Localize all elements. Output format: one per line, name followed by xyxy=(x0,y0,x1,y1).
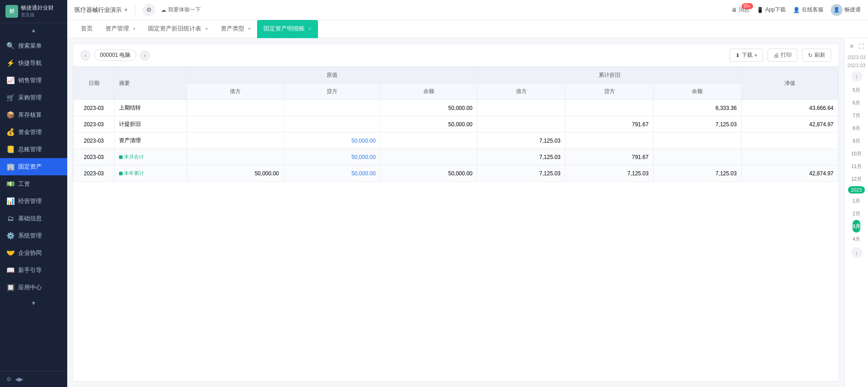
month-item-8[interactable]: 8月 xyxy=(853,122,860,134)
row0-dep-credit xyxy=(565,100,654,116)
month-item-9[interactable]: 9月 xyxy=(853,134,860,147)
settings-icon[interactable]: ⚙ xyxy=(6,376,11,382)
row2-date: 2023-03 xyxy=(74,133,114,149)
month-item-3-active[interactable]: 3月 xyxy=(853,220,860,233)
sidebar-item-inventory[interactable]: 📦 库存核算 xyxy=(0,106,67,124)
asset-next-button[interactable]: › xyxy=(140,50,150,60)
sidebar-item-system[interactable]: ⚙️ 系统管理 xyxy=(0,227,67,244)
row1-summary: 计提折旧 xyxy=(114,116,187,133)
tab-asset-close[interactable]: × xyxy=(133,26,135,31)
main-area: 医疗器械行业演示 ▾ ⚙ ☁ 我要体验一下 🖥 消息 99+ 📱 App下载 👤… xyxy=(67,0,868,387)
row0-date: 2023-03 xyxy=(74,100,114,116)
table-row: 2023-03 计提折旧 50,000.00 791.67 7,125.03 4… xyxy=(74,116,838,133)
company-dropdown-icon: ▾ xyxy=(124,6,128,13)
sidebar-label-fixed: 固定资产 xyxy=(18,163,42,171)
col-header-dep-balance: 余额 xyxy=(653,84,741,100)
sidebar-item-sales[interactable]: 📈 销售管理 xyxy=(0,72,67,89)
month-item-4[interactable]: 4月 xyxy=(853,233,860,245)
row0-orig-debit xyxy=(187,100,284,116)
sidebar-item-ledger[interactable]: 📒 总账管理 xyxy=(0,141,67,158)
year-tag: 本年累计 xyxy=(119,170,144,177)
tab-depreciation-close[interactable]: × xyxy=(205,26,208,31)
panel-close-icon[interactable]: ✕ xyxy=(848,42,856,51)
month-item-1[interactable]: 1月 xyxy=(853,194,860,207)
month-item-5[interactable]: 5月 xyxy=(853,84,860,96)
system-icon: ⚙️ xyxy=(6,232,15,240)
panel-header: ✕ ⛶ xyxy=(845,40,868,53)
table-row: 2023-03 资产清理 50,000.00 7,125.03 xyxy=(74,133,838,149)
panel-more-down[interactable]: ↓ xyxy=(851,247,862,258)
tab-detail[interactable]: 固定资产明细账 × xyxy=(257,20,317,38)
ledger-icon: 📒 xyxy=(6,145,15,154)
tab-detail-close[interactable]: × xyxy=(308,26,311,31)
sales-icon: 📈 xyxy=(6,76,15,84)
row0-summary: 上期结转 xyxy=(114,100,187,116)
row3-dep-balance xyxy=(653,149,741,165)
sidebar-item-search[interactable]: 🔍 搜索菜单 xyxy=(0,37,67,55)
operation-icon: 📊 xyxy=(6,197,15,205)
topbar-right: 🖥 消息 99+ 📱 App下载 👤 在线客服 👤 畅捷通 xyxy=(731,4,861,16)
company-selector[interactable]: 医疗器械行业演示 ▾ xyxy=(74,6,128,14)
sidebar-item-collab[interactable]: 🤝 企业协同 xyxy=(0,244,67,262)
row2-dep-credit xyxy=(565,133,654,149)
settings-button[interactable]: ⚙ xyxy=(143,4,155,16)
refresh-button[interactable]: ↻ 刷新 xyxy=(802,49,831,62)
month-item-11[interactable]: 11月 xyxy=(851,160,862,173)
sidebar-item-purchase[interactable]: 🛒 采购管理 xyxy=(0,89,67,106)
sidebar-item-guide[interactable]: 📖 新手引导 xyxy=(0,262,67,279)
app-download-button[interactable]: 📱 App下载 xyxy=(757,6,786,14)
print-button[interactable]: 🖨 打印 xyxy=(768,49,798,62)
tab-home[interactable]: 首页 xyxy=(74,20,99,38)
year-badge-2023[interactable]: 2023 xyxy=(848,186,864,194)
asset-prev-button[interactable]: ‹ xyxy=(80,50,90,60)
sidebar-item-base[interactable]: 🗂 基础信息 xyxy=(0,210,67,227)
sidebar-item-wages[interactable]: 💵 工资 xyxy=(0,175,67,193)
experience-label: 我要体验一下 xyxy=(168,6,201,14)
asset-chip[interactable]: 000001 电脑 xyxy=(94,50,136,61)
experience-button[interactable]: ☁ 我要体验一下 xyxy=(161,6,201,14)
tab-asset-type-label: 资产类型 xyxy=(221,25,244,33)
month-item-7[interactable]: 7月 xyxy=(853,109,860,122)
row1-orig-credit xyxy=(284,116,381,133)
row2-dep-debit: 7,125.03 xyxy=(477,133,565,149)
tab-depreciation[interactable]: 固定资产折旧统计表 × xyxy=(142,20,214,38)
download-icon: 📱 xyxy=(757,7,764,13)
sidebar-item-apps[interactable]: 🔲 应用中心 xyxy=(0,279,67,296)
row4-summary: 本年累计 xyxy=(114,165,187,182)
month-item-6[interactable]: 6月 xyxy=(853,96,860,109)
month-item-2[interactable]: 2月 xyxy=(853,207,860,220)
tab-detail-label: 固定资产明细账 xyxy=(263,25,305,33)
panel-more-up[interactable]: ↑ xyxy=(851,71,862,82)
sidebar-item-fixed[interactable]: 🏢 固定资产 xyxy=(0,158,67,175)
table-row: 2023-03 上期结转 50,000.00 6,333.36 43,666.6… xyxy=(74,100,838,116)
avatar: 👤 xyxy=(831,4,843,16)
month-12-label: 12月 xyxy=(851,176,862,183)
user-menu[interactable]: 👤 畅捷通 xyxy=(831,4,861,16)
experience-icon: ☁ xyxy=(161,7,166,13)
tab-asset-type-close[interactable]: × xyxy=(248,26,251,31)
download-button[interactable]: ⬇ 下载 ▾ xyxy=(729,49,763,62)
sidebar-item-quicknav[interactable]: ⚡ 快捷导航 xyxy=(0,55,67,72)
sidebar-item-capital[interactable]: 💰 资金管理 xyxy=(0,124,67,141)
row3-orig-credit: 50,000.00 xyxy=(284,149,381,165)
purchase-icon: 🛒 xyxy=(6,94,15,102)
month-item-10[interactable]: 10月 xyxy=(851,147,862,160)
row4-dep-debit: 7,125.03 xyxy=(477,165,565,182)
message-button[interactable]: 🖥 消息 99+ xyxy=(731,6,749,14)
row3-dep-debit: 7,125.03 xyxy=(477,149,565,165)
month-item-12[interactable]: 12月 xyxy=(851,173,862,185)
logo-sub: 普及版 xyxy=(21,12,54,18)
sidebar-scroll-down[interactable]: ▼ xyxy=(0,296,67,310)
sidebar-item-operation[interactable]: 📊 经营管理 xyxy=(0,193,67,210)
online-service-button[interactable]: 👤 在线客服 xyxy=(793,6,823,14)
base-icon: 🗂 xyxy=(6,214,15,222)
row3-orig-debit xyxy=(187,149,284,165)
sidebar-scroll-up[interactable]: ▲ xyxy=(0,23,67,37)
month-9-label: 9月 xyxy=(853,138,860,144)
year-section-top: 2023.03 xyxy=(845,53,868,61)
tab-asset[interactable]: 资产管理 × xyxy=(99,20,142,38)
tab-asset-type[interactable]: 资产类型 × xyxy=(214,20,257,38)
panel-expand-icon[interactable]: ⛶ xyxy=(858,42,866,51)
collapse-icon[interactable]: ◀▶ xyxy=(15,376,23,382)
row0-dep-debit xyxy=(477,100,565,116)
